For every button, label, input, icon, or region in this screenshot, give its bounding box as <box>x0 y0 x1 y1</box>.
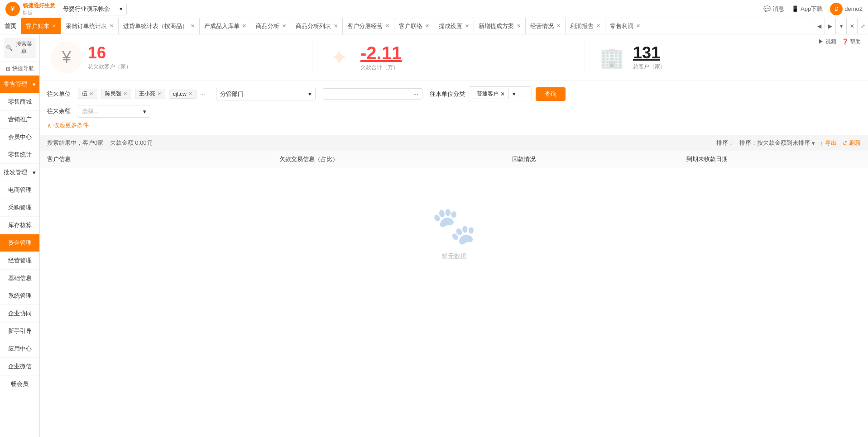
quick-nav-button[interactable]: ⊞ 快捷导航 <box>0 62 39 76</box>
close-icon[interactable]: ✕ <box>282 23 286 29</box>
nav-expand-button[interactable]: ⤢ <box>857 18 868 34</box>
stat1-label: 总欠款客户（家） <box>88 63 131 71</box>
filter-row-2: 往来余额 选择... ▾ <box>47 105 861 118</box>
sidebar-item-lingshou-shangcheng[interactable]: 零售商城 <box>0 93 39 111</box>
close-icon[interactable]: ✕ <box>636 23 640 29</box>
tab-kehu-fenceng[interactable]: 客户分层经营 ✕ <box>343 18 394 34</box>
topbar-left: ¥ 畅捷通好生意 标版 母婴行业演示帐套 ▾ <box>5 2 127 16</box>
remove-icon[interactable]: ✕ <box>123 91 127 97</box>
col-repayment: 回款情况 <box>512 155 686 163</box>
balance-filter-select[interactable]: 选择... ▾ <box>78 105 150 118</box>
nav-prev-button[interactable]: ◀ <box>814 18 825 34</box>
stat1-value: 16 <box>88 45 131 61</box>
tab-lirun-baogao[interactable]: 利润报告 ✕ <box>566 18 605 34</box>
tab-jinhuodan-tongji[interactable]: 进货单统计表（按商品） ✕ <box>119 18 200 34</box>
close-icon[interactable]: ✕ <box>191 23 195 29</box>
tab-jingying-qingkuang[interactable]: 经营情况 ✕ <box>526 18 566 34</box>
collapse-button[interactable]: ∧ 收起更多条件 <box>47 121 861 129</box>
user-menu[interactable]: D demo2 <box>830 3 863 15</box>
nav-tabs: 首页 客户账本 ✕ 采购订单统计表 ✕ 进货单统计表（按商品） ✕ 产成品入库单… <box>0 18 868 34</box>
help-icon: ❓ <box>842 38 849 45</box>
tab-xinzeng-ticheng[interactable]: 新增提成方案 ✕ <box>474 18 526 34</box>
filter-tag-chen[interactable]: 陈民强 ✕ <box>101 89 131 99</box>
filter-tag-cjttcw[interactable]: cjttcw ✕ <box>169 90 197 99</box>
close-icon[interactable]: ✕ <box>385 23 389 29</box>
nav-close-button[interactable]: ✕ <box>846 18 857 34</box>
sidebar-item-weixin[interactable]: 企业微信 <box>0 358 39 375</box>
sidebar-item-kucun[interactable]: 库存核算 <box>0 217 39 234</box>
tab-home[interactable]: 首页 <box>0 18 21 34</box>
remove-icon[interactable]: ✕ <box>188 91 192 97</box>
sidebar-item-changhui[interactable]: 畅会员 <box>0 375 39 393</box>
remove-icon[interactable]: ✕ <box>500 91 505 97</box>
category-tag[interactable]: 普通客户 ✕ <box>473 89 509 99</box>
tab-lingshou-lirun[interactable]: 零售利润 ✕ <box>605 18 645 34</box>
stat1-text: 16 总欠款客户（家） <box>88 45 131 71</box>
remove-icon[interactable]: ✕ <box>157 91 161 97</box>
sidebar-item-jingying[interactable]: 经营管理 <box>0 252 39 270</box>
tab-chanchengpin-ruku[interactable]: 产成品入库单 ✕ <box>200 18 251 34</box>
empty-icon: 🐾 <box>432 204 477 247</box>
close-icon[interactable]: ✕ <box>334 23 338 29</box>
filter-tag-wu[interactable]: 伍 ✕ <box>78 89 97 99</box>
sidebar-item-huiyuan[interactable]: 会员中心 <box>0 128 39 146</box>
message-button[interactable]: 💬 消息 <box>763 5 784 13</box>
tab-shangpin-fenxi-list[interactable]: 商品分析列表 ✕ <box>291 18 343 34</box>
stat3-value: 131 <box>633 45 666 61</box>
stat3-label: 总客户（家） <box>633 63 666 71</box>
nav-menu-button[interactable]: ▾ <box>835 18 846 34</box>
close-icon[interactable]: ✕ <box>242 23 246 29</box>
col-due-date: 到期未收款日期 <box>686 155 861 163</box>
close-icon[interactable]: ✕ <box>110 23 114 29</box>
results-text: 搜索结果中，客户0家 欠款金额 0.00元 <box>47 139 153 147</box>
empty-state: 🐾 暂无数据 <box>40 168 868 297</box>
balance-filter-label: 往来余额 <box>47 107 74 115</box>
sidebar-item-pifa[interactable]: 批发管理 ▾ <box>0 164 39 181</box>
help-button[interactable]: ❓ 帮助 <box>842 38 861 46</box>
close-icon[interactable]: ✕ <box>596 23 600 29</box>
sidebar-item-lingshou[interactable]: 零售管理 ▾ <box>0 76 39 93</box>
sidebar-item-xitong[interactable]: 系统管理 <box>0 287 39 305</box>
tab-shangpin-fenxi[interactable]: 商品分析 ✕ <box>251 18 291 34</box>
sidebar-item-yingyong[interactable]: 应用中心 <box>0 340 39 358</box>
sidebar-item-xinshou[interactable]: 新手引导 <box>0 323 39 340</box>
close-icon[interactable]: ✕ <box>465 23 469 29</box>
sidebar-item-jichu[interactable]: 基础信息 <box>0 270 39 287</box>
search-menu-button[interactable]: 🔍 搜索菜单 <box>4 38 36 58</box>
tab-ticheng-shezhi[interactable]: 提成设置 ✕ <box>434 18 474 34</box>
tab-kehu-lianluo[interactable]: 客户联络 ✕ <box>394 18 434 34</box>
logo-text: 畅捷通好生意 标版 <box>23 2 55 16</box>
chevron-down-icon: ▾ <box>143 108 146 115</box>
sidebar-item-caigou[interactable]: 采购管理 <box>0 199 39 217</box>
filter-more-button[interactable]: ··· <box>200 90 205 97</box>
tab-caigou-tongji[interactable]: 采购订单统计表 ✕ <box>61 18 119 34</box>
stat2-bg-icon: ✦ <box>323 42 355 73</box>
dept-filter-select[interactable]: 分管部门 ▾ <box>216 88 316 100</box>
sidebar-item-zijin[interactable]: 资金管理 <box>0 234 39 252</box>
sidebar-item-yingxiao[interactable]: 营销推广 <box>0 111 39 128</box>
store-select[interactable]: 母婴行业演示帐套 ▾ <box>59 3 127 15</box>
close-icon[interactable]: ✕ <box>517 23 521 29</box>
chevron-down-icon: ▾ <box>120 5 123 12</box>
search-button[interactable]: 查询 <box>536 87 566 101</box>
sidebar-item-lingshou-tongji[interactable]: 零售统计 <box>0 146 39 164</box>
app-download-button[interactable]: 📱 App下载 <box>791 5 823 13</box>
sidebar-item-dianshang[interactable]: 电商管理 <box>0 181 39 199</box>
close-icon[interactable]: ✕ <box>556 23 561 29</box>
close-icon[interactable]: ✕ <box>425 23 429 29</box>
video-help-button[interactable]: ▶ 视频 <box>818 38 836 46</box>
filter-tag-wang[interactable]: 王小亮 ✕ <box>135 89 165 99</box>
person-filter-select[interactable]: ··· <box>323 88 422 100</box>
sidebar-item-qiye-xietong[interactable]: 企业协同 <box>0 305 39 323</box>
topbar-right: 💬 消息 📱 App下载 D demo2 <box>763 3 863 15</box>
refresh-button[interactable]: ↺ 刷新 <box>842 139 861 147</box>
nav-next-button[interactable]: ▶ <box>825 18 835 34</box>
remove-icon[interactable]: ✕ <box>89 91 93 97</box>
tab-kehu-zhangben[interactable]: 客户账本 ✕ <box>21 18 61 34</box>
sort-select[interactable]: 排序：按欠款金额到来排序 ▾ <box>739 139 815 147</box>
filters-section: 往来单位 伍 ✕ 陈民强 ✕ 王小亮 ✕ cjttcw ✕ ··· <box>40 81 868 135</box>
export-button[interactable]: ↑ 导出 <box>820 139 837 147</box>
more-icon: ··· <box>413 90 418 97</box>
close-icon[interactable]: ✕ <box>52 23 56 29</box>
category-filter-select[interactable]: 普通客户 ✕ ▾ <box>469 86 532 101</box>
